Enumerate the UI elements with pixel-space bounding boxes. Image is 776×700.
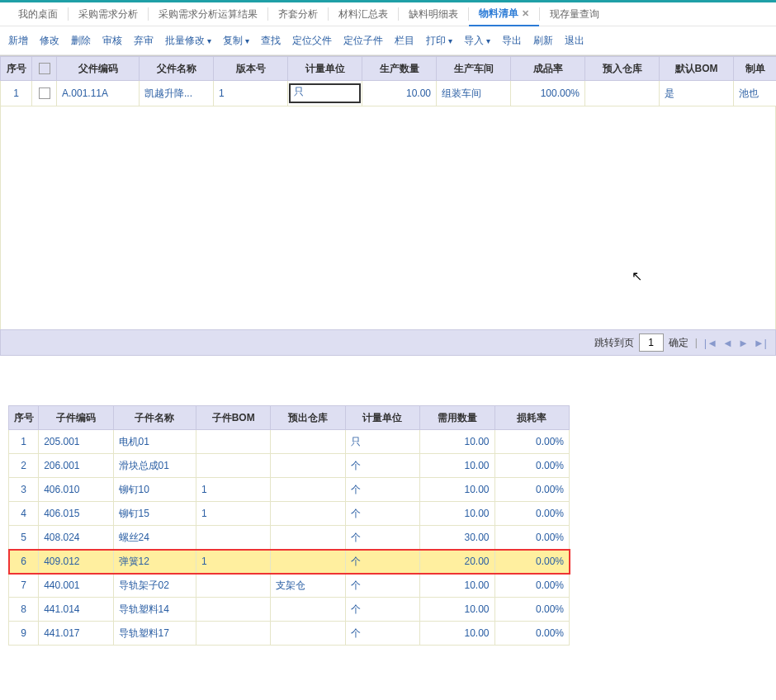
child-cell-wh[interactable] (271, 622, 345, 646)
child-cell-loss[interactable]: 0.00% (494, 550, 569, 574)
child-cell-bom[interactable]: 1 (196, 550, 270, 574)
child-cell-seq[interactable]: 2 (9, 454, 39, 478)
tool-复制[interactable]: 复制▾ (223, 34, 249, 48)
child-cell-qty[interactable]: 30.00 (420, 526, 494, 550)
parent-col-1[interactable] (32, 57, 57, 81)
child-cell-qty[interactable]: 10.00 (420, 598, 494, 622)
confirm-button[interactable]: 确定 (669, 336, 688, 350)
child-cell-name[interactable]: 导轨塑料17 (113, 622, 196, 646)
child-cell-loss[interactable]: 0.00% (494, 502, 569, 526)
checkbox-icon[interactable] (39, 63, 50, 74)
tool-批量修改[interactable]: 批量修改▾ (165, 34, 211, 48)
child-row[interactable]: 7440.001导轨架子02支架仓个10.000.00% (9, 574, 570, 598)
child-cell-code[interactable]: 441.017 (39, 622, 113, 646)
tab-close-icon[interactable]: ✕ (522, 8, 529, 18)
child-col-5[interactable]: 计量单位 (345, 406, 419, 430)
child-cell-seq[interactable]: 8 (9, 598, 39, 622)
child-cell-unit[interactable]: 个 (345, 454, 419, 478)
child-cell-loss[interactable]: 0.00% (494, 574, 569, 598)
tool-导出[interactable]: 导出 (502, 34, 522, 48)
child-cell-loss[interactable]: 0.00% (494, 454, 569, 478)
checkbox-icon[interactable] (39, 88, 50, 99)
tool-退出[interactable]: 退出 (565, 34, 584, 48)
next-page-icon[interactable]: ► (738, 337, 749, 349)
child-row[interactable]: 3406.010铆钉101个10.000.00% (9, 478, 570, 502)
child-cell-seq[interactable]: 1 (9, 430, 39, 454)
child-cell-wh[interactable] (271, 430, 345, 454)
child-cell-code[interactable]: 441.014 (39, 598, 113, 622)
cell-check[interactable] (32, 81, 57, 106)
child-cell-qty[interactable]: 10.00 (420, 430, 494, 454)
cell-ver[interactable]: 1 (214, 81, 288, 106)
parent-col-5[interactable]: 计量单位 (288, 57, 362, 81)
tool-修改[interactable]: 修改 (40, 34, 59, 48)
child-row[interactable]: 6409.012弹簧121个20.000.00% (9, 550, 570, 574)
parent-col-11[interactable]: 制单 (734, 57, 777, 81)
tool-导入[interactable]: 导入▾ (464, 34, 490, 48)
tool-删除[interactable]: 删除 (71, 34, 91, 48)
child-cell-name[interactable]: 电机01 (113, 430, 196, 454)
child-row[interactable]: 8441.014导轨塑料14个10.000.00% (9, 598, 570, 622)
parent-col-9[interactable]: 预入仓库 (585, 57, 660, 81)
child-row[interactable]: 4406.015铆钉151个10.000.00% (9, 502, 570, 526)
cell-code[interactable]: A.001.11A (57, 81, 140, 106)
child-cell-qty[interactable]: 10.00 (420, 478, 494, 502)
child-cell-qty[interactable]: 10.00 (420, 574, 494, 598)
child-cell-name[interactable]: 滑块总成01 (113, 454, 196, 478)
parent-col-6[interactable]: 生产数量 (362, 57, 437, 81)
tab-7[interactable]: 现存量查询 (540, 2, 609, 26)
page-input[interactable] (639, 333, 664, 352)
child-cell-wh[interactable] (271, 454, 345, 478)
child-cell-loss[interactable]: 0.00% (494, 478, 569, 502)
cell-rate[interactable]: 100.00% (511, 81, 585, 106)
child-col-7[interactable]: 损耗率 (494, 406, 569, 430)
child-cell-unit[interactable]: 个 (345, 502, 419, 526)
child-cell-seq[interactable]: 3 (9, 478, 39, 502)
child-cell-seq[interactable]: 6 (9, 550, 39, 574)
prev-page-icon[interactable]: ◄ (722, 337, 733, 349)
child-cell-unit[interactable]: 个 (345, 550, 419, 574)
cell-qty[interactable]: 10.00 (362, 81, 437, 106)
tool-打印[interactable]: 打印▾ (426, 34, 452, 48)
tool-定位父件[interactable]: 定位父件 (292, 34, 332, 48)
last-page-icon[interactable]: ►| (754, 337, 767, 349)
tab-6[interactable]: 物料清单✕ (469, 2, 539, 26)
child-cell-code[interactable]: 206.001 (39, 454, 113, 478)
parent-col-0[interactable]: 序号 (1, 57, 32, 81)
child-cell-name[interactable]: 弹簧12 (113, 550, 196, 574)
child-row[interactable]: 1205.001电机01只10.000.00% (9, 430, 570, 454)
cell-warehouse[interactable] (585, 81, 660, 106)
tab-5[interactable]: 缺料明细表 (399, 2, 468, 26)
child-cell-qty[interactable]: 10.00 (420, 502, 494, 526)
tab-4[interactable]: 材料汇总表 (329, 2, 398, 26)
child-cell-wh[interactable] (271, 478, 345, 502)
child-cell-unit[interactable]: 个 (345, 598, 419, 622)
tool-弃审[interactable]: 弃审 (134, 34, 154, 48)
cell-name[interactable]: 凯越升降... (140, 81, 214, 106)
tool-栏目[interactable]: 栏目 (395, 34, 414, 48)
tool-定位子件[interactable]: 定位子件 (343, 34, 383, 48)
child-cell-bom[interactable]: 1 (196, 502, 270, 526)
child-cell-loss[interactable]: 0.00% (494, 622, 569, 646)
child-cell-loss[interactable]: 0.00% (494, 526, 569, 550)
child-cell-bom[interactable] (196, 574, 270, 598)
child-cell-unit[interactable]: 个 (345, 478, 419, 502)
child-row[interactable]: 2206.001滑块总成01个10.000.00% (9, 454, 570, 478)
parent-col-7[interactable]: 生产车间 (437, 57, 511, 81)
child-col-4[interactable]: 预出仓库 (271, 406, 345, 430)
child-cell-bom[interactable] (196, 622, 270, 646)
child-cell-bom[interactable] (196, 598, 270, 622)
cell-unit-editing[interactable]: 只 (288, 81, 362, 106)
child-cell-bom[interactable] (196, 526, 270, 550)
child-cell-code[interactable]: 406.010 (39, 478, 113, 502)
child-cell-wh[interactable] (271, 598, 345, 622)
child-cell-seq[interactable]: 4 (9, 502, 39, 526)
child-cell-name[interactable]: 导轨塑料14 (113, 598, 196, 622)
child-cell-loss[interactable]: 0.00% (494, 430, 569, 454)
parent-col-10[interactable]: 默认BOM (660, 57, 734, 81)
first-page-icon[interactable]: |◄ (704, 337, 717, 349)
child-cell-seq[interactable]: 5 (9, 526, 39, 550)
child-cell-wh[interactable] (271, 526, 345, 550)
child-col-1[interactable]: 子件编码 (39, 406, 113, 430)
child-col-3[interactable]: 子件BOM (196, 406, 270, 430)
